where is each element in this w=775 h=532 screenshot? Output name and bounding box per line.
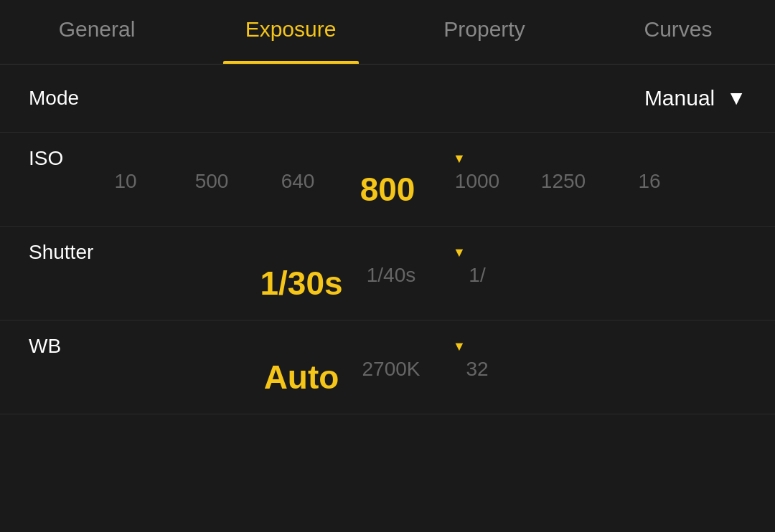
mode-control[interactable]: Manual ▼ bbox=[172, 86, 746, 110]
wb-num-1: 2700K bbox=[348, 358, 434, 396]
shutter-indicator-wrapper: ▼ bbox=[172, 242, 746, 263]
iso-numbers[interactable]: 10 500 640 800 1000 1250 16 bbox=[29, 170, 746, 209]
iso-indicator-wrapper: ▼ bbox=[172, 148, 746, 169]
mode-value: Manual bbox=[644, 86, 715, 110]
shutter-inner: Shutter ▼ 1/30s 1/40s 1/ bbox=[0, 227, 775, 320]
iso-indicator-arrow: ▼ bbox=[453, 151, 466, 166]
wb-numbers[interactable]: Auto 2700K 32 bbox=[29, 358, 746, 396]
shutter-num-0-selected: 1/30s bbox=[255, 264, 348, 303]
iso-num-4: 1000 bbox=[434, 170, 520, 209]
iso-num-3-selected: 800 bbox=[341, 170, 434, 209]
tab-property-label: Property bbox=[443, 17, 525, 42]
iso-num-0: 10 bbox=[83, 170, 169, 209]
tab-exposure[interactable]: Exposure bbox=[194, 0, 388, 64]
tab-curves[interactable]: Curves bbox=[581, 0, 775, 64]
tab-exposure-label: Exposure bbox=[245, 17, 337, 42]
shutter-num-1: 1/40s bbox=[348, 264, 434, 303]
tab-general[interactable]: General bbox=[0, 0, 194, 64]
wb-label: WB bbox=[29, 335, 172, 358]
shutter-section: Shutter ▼ 1/30s 1/40s 1/ bbox=[0, 227, 775, 320]
wb-row: WB ▼ bbox=[29, 335, 746, 358]
shutter-indicator-arrow: ▼ bbox=[453, 245, 466, 260]
shutter-numbers[interactable]: 1/30s 1/40s 1/ bbox=[29, 264, 746, 303]
tab-bar: General Exposure Property Curves bbox=[0, 0, 775, 65]
iso-num-2: 640 bbox=[255, 170, 341, 209]
tab-general-label: General bbox=[59, 17, 136, 42]
wb-indicator-wrapper: ▼ bbox=[172, 336, 746, 357]
mode-label: Mode bbox=[29, 87, 172, 110]
shutter-label: Shutter bbox=[29, 241, 172, 264]
wb-section: WB ▼ Auto 2700K 32 bbox=[0, 320, 775, 414]
iso-row: ISO ▼ bbox=[29, 147, 746, 170]
iso-num-1: 500 bbox=[169, 170, 255, 209]
mode-row: Mode Manual ▼ bbox=[0, 65, 775, 133]
iso-num-5: 1250 bbox=[520, 170, 606, 209]
wb-num-2: 32 bbox=[434, 358, 520, 396]
wb-inner: WB ▼ Auto 2700K 32 bbox=[0, 320, 775, 414]
shutter-num-2: 1/ bbox=[434, 264, 520, 303]
shutter-row: Shutter ▼ bbox=[29, 241, 746, 264]
iso-num-6: 16 bbox=[606, 170, 692, 209]
iso-label: ISO bbox=[29, 147, 172, 170]
mode-dropdown-arrow: ▼ bbox=[726, 87, 746, 110]
tab-property[interactable]: Property bbox=[388, 0, 581, 64]
tab-curves-label: Curves bbox=[644, 17, 712, 42]
iso-section: ISO ▼ 10 500 640 800 1000 1250 16 bbox=[0, 133, 775, 227]
wb-indicator-arrow: ▼ bbox=[453, 339, 466, 354]
wb-num-0-selected: Auto bbox=[255, 358, 348, 396]
iso-inner: ISO ▼ 10 500 640 800 1000 1250 16 bbox=[0, 133, 775, 226]
